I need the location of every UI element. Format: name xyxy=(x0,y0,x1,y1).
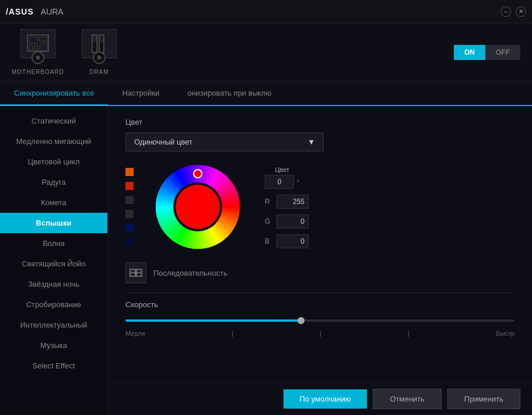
sequence-row: Последовательность xyxy=(125,262,514,283)
tick3: | xyxy=(408,330,410,337)
hue-input[interactable] xyxy=(265,175,294,189)
sidebar-item-starry-night[interactable]: Звёздная ночь xyxy=(0,274,107,294)
svg-rect-1 xyxy=(29,37,37,44)
color-wheel-canvas[interactable] xyxy=(154,163,242,251)
svg-rect-10 xyxy=(93,40,96,42)
g-input-row: G xyxy=(265,214,309,228)
motherboard-badge: ⚙ xyxy=(32,51,44,64)
tab-sync[interactable]: Синхронизировать все xyxy=(0,82,108,106)
sidebar-item-comet[interactable]: Комета xyxy=(0,192,107,213)
tick2: | xyxy=(320,330,321,337)
sidebar: Статический Медленно мигающий Цветовой ц… xyxy=(0,106,108,414)
sidebar-item-static[interactable]: Статический xyxy=(0,111,107,131)
sidebar-item-strobe[interactable]: Стробирование xyxy=(0,294,107,315)
close-button[interactable]: ✕ xyxy=(516,6,526,17)
sidebar-item-select-effect[interactable]: Select Effect xyxy=(0,356,107,376)
swatch-5[interactable] xyxy=(125,224,134,232)
app-title: AURA xyxy=(41,7,64,16)
dram-label: DRAM xyxy=(89,69,108,75)
svg-rect-4 xyxy=(34,45,38,50)
tab-shutdown[interactable]: онизировать при выклю xyxy=(173,82,285,106)
toggle-on-button[interactable]: ON xyxy=(454,45,485,60)
dram-badge: ⚙ xyxy=(93,51,106,64)
dram-icon: ⚙ xyxy=(82,29,117,58)
slow-label: Медле xyxy=(125,330,145,337)
power-toggle: ON OFF xyxy=(454,45,520,60)
hue-label: Цвет xyxy=(275,166,289,173)
action-bar: По умолчанию Отменить Применить xyxy=(108,382,532,415)
svg-rect-5 xyxy=(40,43,47,51)
content-panel: Цвет Одиночный цвет ▼ xyxy=(108,106,532,414)
fast-label: Быстр xyxy=(496,330,514,337)
motherboard-label: MOTHERBOARD xyxy=(12,69,64,75)
device-motherboard[interactable]: ⚙ MOTHERBOARD xyxy=(12,29,64,75)
hue-field-group: Цвет ° xyxy=(265,166,299,189)
b-input-row: B xyxy=(265,234,309,248)
main-area: Статический Медленно мигающий Цветовой ц… xyxy=(0,106,532,414)
color-wheel[interactable] xyxy=(154,163,242,251)
b-label: B xyxy=(265,237,272,245)
chevron-down-icon: ▼ xyxy=(307,138,315,146)
sequence-icon[interactable] xyxy=(125,262,146,283)
hue-input-group: Цвет ° xyxy=(265,166,309,189)
toggle-off-button[interactable]: OFF xyxy=(485,45,520,60)
device-dram[interactable]: ⚙ DRAM xyxy=(82,29,117,75)
tabbar: Синхронизировать все Настройки онизирова… xyxy=(0,82,532,106)
swatch-6[interactable] xyxy=(125,238,134,246)
sequence-label: Последовательность xyxy=(153,269,228,277)
g-label: G xyxy=(265,217,272,226)
divider xyxy=(125,293,514,293)
sidebar-item-slow-blink[interactable]: Медленно мигающий xyxy=(0,131,107,152)
titlebar-left: /ASUS AURA xyxy=(6,7,64,16)
svg-rect-9 xyxy=(100,36,103,38)
svg-rect-8 xyxy=(93,36,96,38)
b-input[interactable] xyxy=(276,234,309,248)
swatch-4[interactable] xyxy=(125,210,134,218)
swatch-2[interactable] xyxy=(125,182,134,190)
sidebar-item-rainbow[interactable]: Радуга xyxy=(0,172,107,192)
hue-input-row: ° xyxy=(265,175,299,189)
cancel-button[interactable]: Отменить xyxy=(373,389,441,409)
default-button[interactable]: По умолчанию xyxy=(284,389,368,409)
sidebar-item-flash[interactable]: Вспышки xyxy=(0,213,107,233)
speed-section: Скорость Медле | | | Быстр xyxy=(125,300,514,337)
color-picker-area: Цвет ° R G xyxy=(125,163,514,251)
asus-logo: /ASUS xyxy=(6,7,34,16)
tab-settings[interactable]: Настройки xyxy=(108,82,173,106)
sidebar-item-yoyo[interactable]: Светящийся Йойо xyxy=(0,254,107,274)
sidebar-item-wave[interactable]: Волна xyxy=(0,233,107,254)
color-values-panel: Цвет ° R G xyxy=(265,166,309,248)
slider-labels: Медле | | | Быстр xyxy=(125,330,514,337)
titlebar: /ASUS AURA – ✕ xyxy=(0,0,532,23)
sidebar-item-smart[interactable]: Интеллектуальный xyxy=(0,315,107,335)
speed-label: Скорость xyxy=(125,300,514,309)
hue-degree-symbol: ° xyxy=(297,178,299,185)
color-section-label: Цвет xyxy=(125,118,514,126)
devicebar: ⚙ MOTHERBOARD ⚙ DRAM ON OFF xyxy=(0,23,532,82)
swatch-3[interactable] xyxy=(125,196,134,204)
tick1: | xyxy=(232,330,233,337)
minimize-button[interactable]: – xyxy=(501,6,511,17)
r-input[interactable] xyxy=(276,195,309,209)
g-input[interactable] xyxy=(276,214,309,228)
speed-slider[interactable] xyxy=(125,319,514,322)
sidebar-item-music[interactable]: Музыка xyxy=(0,335,107,356)
svg-rect-2 xyxy=(39,37,47,41)
motherboard-icon: ⚙ xyxy=(20,29,55,58)
titlebar-controls: – ✕ xyxy=(501,6,526,17)
sidebar-item-color-cycle[interactable]: Цветовой цикл xyxy=(0,152,107,172)
color-dropdown[interactable]: Одиночный цвет ▼ xyxy=(125,132,324,152)
swatch-1[interactable] xyxy=(125,168,134,176)
r-label: R xyxy=(265,198,272,206)
dropdown-value: Одиночный цвет xyxy=(134,138,192,146)
color-swatches xyxy=(125,168,134,246)
apply-button[interactable]: Применить xyxy=(447,389,520,409)
svg-rect-3 xyxy=(29,45,33,50)
r-input-row: R xyxy=(265,195,309,209)
svg-rect-11 xyxy=(100,40,103,42)
